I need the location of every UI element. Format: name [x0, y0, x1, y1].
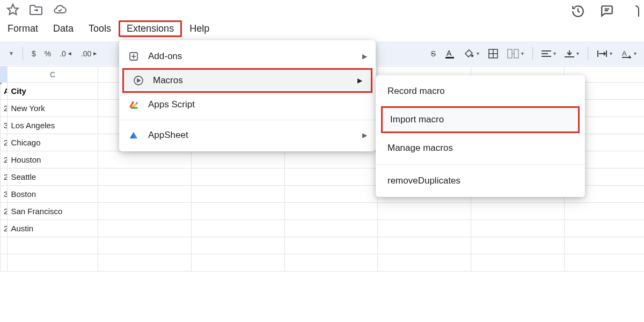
fill-color-button[interactable]: ▾ [460, 46, 482, 61]
menu-appsheet-label: AppSheet [148, 130, 188, 141]
separator [119, 120, 376, 120]
svg-marker-24 [137, 79, 140, 82]
menubar: Format Data Tools Extensions Help [0, 17, 644, 41]
svg-point-5 [472, 55, 473, 56]
table-row[interactable] [1, 254, 645, 272]
menu-addons[interactable]: Add-ons ▶ [119, 46, 376, 67]
more-formats-dropdown[interactable]: ▼ [4, 48, 17, 58]
menu-apps-script[interactable]: Apps Script [119, 94, 376, 115]
chevron-right-icon: ▶ [357, 77, 362, 84]
appsheet-icon [128, 130, 140, 141]
apps-script-icon [128, 99, 140, 110]
chevron-right-icon: ▶ [362, 53, 367, 60]
col-header-c[interactable]: C [8, 67, 98, 83]
separator [532, 47, 533, 60]
svg-rect-10 [514, 49, 518, 58]
format-currency-button[interactable]: $ [28, 47, 39, 60]
separator [588, 47, 588, 60]
addons-icon [128, 51, 140, 62]
svg-rect-9 [508, 49, 512, 58]
svg-text:A: A [447, 49, 452, 57]
macros-icon [133, 75, 144, 86]
h-align-button[interactable]: ▾ [538, 48, 559, 60]
svg-text:A: A [622, 49, 627, 57]
move-to-drive-icon[interactable] [29, 4, 43, 16]
table-row[interactable]: 24Austin [1, 220, 645, 237]
menu-apps-script-label: Apps Script [148, 99, 195, 110]
submenu-custom-macro[interactable]: removeDuplicates [376, 168, 585, 194]
decrease-decimal-label: .0 [60, 49, 66, 58]
menu-macros-label: Macros [153, 75, 183, 86]
col-header-partial[interactable] [1, 67, 8, 83]
strikethrough-button[interactable]: S [428, 47, 439, 60]
separator [23, 47, 23, 60]
submenu-import-macro[interactable]: Import macro [381, 106, 580, 133]
increase-decimal-label: .00 [81, 49, 91, 58]
cell-city-header[interactable]: City [8, 83, 98, 100]
table-row[interactable]: 27San Francisco [1, 203, 645, 220]
menu-format[interactable]: Format [0, 21, 46, 36]
format-percent-button[interactable]: % [41, 47, 54, 60]
text-wrap-button[interactable]: ▾ [594, 47, 616, 60]
svg-point-25 [136, 102, 138, 104]
cloud-saved-icon[interactable] [53, 4, 68, 15]
macros-submenu: Record macro Import macro Manage macros … [376, 75, 585, 197]
text-color-button[interactable]: A [441, 46, 458, 61]
decrease-decimal-button[interactable]: .0◄ [56, 47, 76, 60]
comment-icon[interactable] [600, 4, 614, 18]
history-icon[interactable] [571, 4, 585, 18]
menu-tools[interactable]: Tools [81, 21, 119, 36]
v-align-button[interactable]: ▾ [561, 47, 582, 60]
submenu-record-macro[interactable]: Record macro [376, 78, 585, 104]
menu-extensions[interactable]: Extensions [119, 20, 182, 37]
chevron-right-icon: ▶ [362, 131, 367, 139]
table-row[interactable] [1, 237, 645, 254]
menu-help[interactable]: Help [182, 21, 217, 36]
titlebar-right [571, 4, 640, 18]
svg-marker-27 [130, 132, 134, 138]
menu-appsheet[interactable]: AppSheet ▶ [119, 125, 376, 146]
submenu-manage-macros[interactable]: Manage macros [376, 135, 585, 161]
menu-data[interactable]: Data [46, 21, 81, 36]
increase-decimal-button[interactable]: .00► [78, 47, 101, 60]
share-partial-icon[interactable] [629, 4, 640, 18]
menu-addons-label: Add-ons [148, 51, 182, 62]
svg-marker-0 [8, 4, 18, 14]
borders-button[interactable] [485, 46, 502, 61]
extensions-dropdown: Add-ons ▶ Macros ▶ Apps Script AppSheet … [119, 40, 376, 151]
titlebar [0, 0, 644, 17]
separator [376, 164, 585, 165]
star-icon[interactable] [6, 3, 19, 16]
menu-macros[interactable]: Macros ▶ [122, 68, 372, 93]
text-rotation-button[interactable]: A▾ [618, 47, 640, 61]
cell-age-header[interactable]: Age [1, 83, 8, 100]
svg-rect-4 [445, 57, 454, 58]
merge-cells-button[interactable]: ▾ [504, 47, 527, 61]
